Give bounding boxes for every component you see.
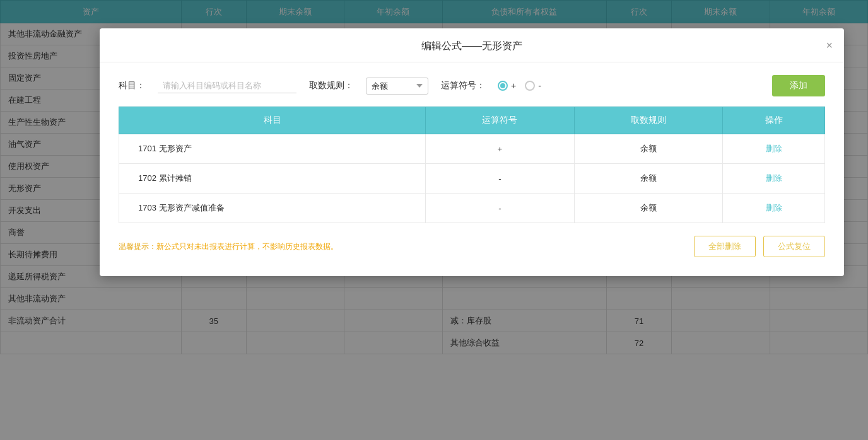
subject-label: 科目：: [119, 80, 145, 91]
formula-table: 科目 运算符号 取数规则 操作 1701 无形资产 + 余额 删除 1702 累…: [119, 107, 825, 223]
radio-plus-circle: [498, 81, 508, 91]
radio-minus[interactable]: -: [525, 81, 541, 91]
cell-operator: -: [426, 164, 575, 194]
cell-subject: 1702 累计摊销: [119, 164, 426, 194]
modal-header: 编辑公式——无形资产 ×: [100, 28, 844, 62]
operator-label: 运算符号：: [441, 80, 485, 91]
add-button[interactable]: 添加: [772, 75, 825, 96]
modal-close-button[interactable]: ×: [826, 40, 833, 51]
rule-label: 取数规则：: [309, 80, 353, 91]
formula-table-row: 1703 无形资产减值准备 - 余额 删除: [119, 194, 825, 223]
cell-rule: 余额: [574, 134, 723, 164]
formula-form: 科目： 取数规则： 余额 借方发生额 贷方发生额 运算符号： + - 添加: [100, 62, 844, 107]
cell-rule: 余额: [574, 194, 723, 223]
radio-plus[interactable]: +: [498, 81, 516, 91]
tip-text: 新公式只对未出报表进行计算，不影响历史报表数据。: [156, 242, 338, 251]
tip-prefix: 温馨提示：: [119, 242, 156, 251]
footer-tip: 温馨提示：新公式只对未出报表进行计算，不影响历史报表数据。: [119, 241, 338, 252]
cell-rule: 余额: [574, 164, 723, 194]
cell-action: 删除: [723, 134, 825, 164]
modal-footer: 温馨提示：新公式只对未出报表进行计算，不影响历史报表数据。 全部删除 公式复位: [100, 223, 844, 257]
radio-plus-label: +: [511, 81, 516, 91]
table-header-row: 科目 运算符号 取数规则 操作: [119, 107, 825, 134]
th-subject: 科目: [119, 107, 426, 134]
formula-table-row: 1701 无形资产 + 余额 删除: [119, 134, 825, 164]
modal-title: 编辑公式——无形资产: [421, 40, 522, 53]
cell-subject: 1703 无形资产减值准备: [119, 194, 426, 223]
th-action: 操作: [723, 107, 825, 134]
subject-input[interactable]: [158, 78, 296, 93]
cell-operator: +: [426, 134, 575, 164]
edit-formula-modal: 编辑公式——无形资产 × 科目： 取数规则： 余额 借方发生额 贷方发生额 运算…: [100, 28, 844, 276]
radio-minus-label: -: [538, 81, 541, 91]
formula-table-row: 1702 累计摊销 - 余额 删除: [119, 164, 825, 194]
operator-radio-group: + -: [498, 81, 541, 91]
reset-formula-button[interactable]: 公式复位: [763, 236, 825, 257]
delete-all-button[interactable]: 全部删除: [694, 236, 756, 257]
th-rule: 取数规则: [574, 107, 723, 134]
radio-minus-circle: [525, 81, 535, 91]
delete-row-button[interactable]: 删除: [766, 203, 782, 212]
cell-action: 删除: [723, 164, 825, 194]
th-operator: 运算符号: [426, 107, 575, 134]
footer-buttons: 全部删除 公式复位: [694, 236, 825, 257]
formula-table-wrap: 科目 运算符号 取数规则 操作 1701 无形资产 + 余额 删除 1702 累…: [119, 107, 825, 223]
rule-select-wrap: 余额 借方发生额 贷方发生额: [366, 78, 428, 95]
delete-row-button[interactable]: 删除: [766, 173, 782, 183]
rule-select[interactable]: 余额 借方发生额 贷方发生额: [366, 78, 428, 95]
cell-action: 删除: [723, 194, 825, 223]
delete-row-button[interactable]: 删除: [766, 144, 782, 153]
cell-subject: 1701 无形资产: [119, 134, 426, 164]
cell-operator: -: [426, 194, 575, 223]
